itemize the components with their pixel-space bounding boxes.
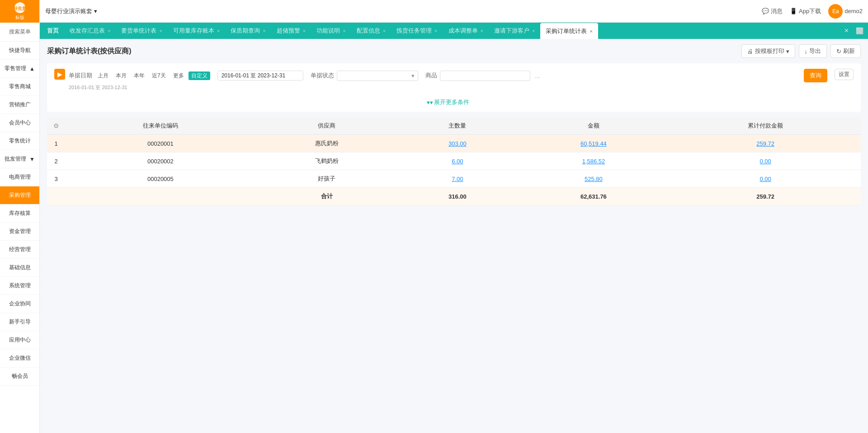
query-button[interactable]: 查询: [804, 69, 827, 82]
sidebar-item-vip[interactable]: 畅会员: [0, 367, 39, 385]
print-label: 按模板打印: [755, 47, 784, 55]
tab-invite-downstream[interactable]: 邀请下游客户 ×: [489, 23, 540, 39]
app-download-button[interactable]: 📱 App下载: [790, 7, 821, 15]
tab-expiry-query-close[interactable]: ×: [263, 28, 265, 33]
tab-overstock-warning-close[interactable]: ×: [303, 28, 306, 33]
sidebar-item-inventory[interactable]: 库存核算: [0, 205, 39, 223]
tab-available-inventory[interactable]: 可用量库存账本 ×: [168, 23, 225, 39]
tab-pick-task-close[interactable]: ×: [434, 28, 437, 33]
filter-expand-button[interactable]: ▶: [54, 69, 65, 80]
row-2-amount: 1,586.52: [517, 152, 670, 170]
tab-expiry-query[interactable]: 保质期查询 ×: [225, 23, 271, 39]
row-2-paid-link[interactable]: 0.00: [760, 158, 771, 165]
print-button[interactable]: 🖨 按模板打印 ▾: [741, 44, 795, 58]
tab-purchase-summary-close[interactable]: ×: [590, 29, 592, 34]
row-1-qty-link[interactable]: 303.00: [448, 140, 467, 147]
sidebar-item-retail-mgmt-label: 零售管理: [5, 65, 26, 72]
sidebar-item-new-guide[interactable]: 新手引导: [0, 313, 39, 331]
tab-cost-adjust[interactable]: 成本调整单 ×: [443, 23, 489, 39]
sidebar-item-enterprise[interactable]: 企业协同: [0, 295, 39, 313]
message-button[interactable]: 💬 消息: [762, 7, 783, 15]
row-1-amount-link[interactable]: 60,519.44: [580, 140, 607, 147]
filter-date-range-input[interactable]: [217, 71, 303, 81]
tab-bar-actions: × ⬜: [842, 26, 866, 36]
tab-cost-adjust-close[interactable]: ×: [481, 28, 483, 33]
sidebar-item-purchase[interactable]: 采购管理: [0, 186, 39, 205]
tab-purchase-summary[interactable]: 采购订单统计表 ×: [540, 23, 598, 39]
sidebar-item-system[interactable]: 系统管理: [0, 277, 39, 295]
print-icon: 🖨: [747, 48, 753, 55]
sidebar-item-retail-stats[interactable]: 零售统计: [0, 132, 39, 150]
refresh-icon: ↻: [836, 48, 841, 55]
filter-date-item: 单据日期 上月 本月 本年 近7天 更多 自定义: [69, 71, 210, 81]
tab-order-summary-close[interactable]: ×: [159, 28, 162, 33]
filter-goods-input[interactable]: [440, 71, 530, 81]
filter-more-options-icon[interactable]: …: [533, 72, 542, 79]
tab-receive-summary-close[interactable]: ×: [108, 28, 110, 33]
sidebar-item-enterprise-wechat[interactable]: 企业微信: [0, 349, 39, 367]
row-2-qty-link[interactable]: 6.00: [452, 158, 463, 165]
filter-status-select[interactable]: [337, 71, 418, 81]
expand-filters-button[interactable]: ▾▾ 展开更多条件: [427, 98, 469, 106]
sidebar-item-operations[interactable]: 经营管理: [0, 241, 39, 259]
tab-overstock-warning[interactable]: 超储预警 ×: [271, 23, 311, 39]
sidebar-item-marketing[interactable]: 营销推广: [0, 96, 39, 114]
column-settings-icon[interactable]: ⚙: [53, 122, 59, 129]
user-profile[interactable]: Ea demo2: [828, 4, 863, 19]
search-menu-label[interactable]: 搜索菜单: [3, 26, 37, 38]
shortcut-last-month[interactable]: 上月: [95, 71, 111, 81]
sidebar-item-purchase-label: 采购管理: [9, 191, 31, 199]
tab-config-info[interactable]: 配置信息 ×: [351, 23, 391, 39]
tab-home-label: 首页: [47, 27, 59, 35]
export-button[interactable]: ↓ 导出: [799, 44, 827, 58]
table-header-code: 往来单位编码: [65, 117, 256, 135]
footer-paid: 259.72: [670, 188, 861, 205]
tab-pick-task-label: 拣货任务管理: [396, 27, 432, 35]
table-row: 1 00020001 惠氏奶粉 303.00 60,519.44 259.72: [47, 135, 861, 152]
sidebar-item-retail-stats-label: 零售统计: [9, 137, 31, 145]
tab-home[interactable]: 首页: [42, 23, 64, 39]
sidebar-item-app-center[interactable]: 应用中心: [0, 331, 39, 349]
sidebar-item-retail-store[interactable]: 零售商城: [0, 78, 39, 96]
shortcut-this-year[interactable]: 本年: [131, 71, 147, 81]
message-label: 消息: [771, 7, 783, 15]
sidebar-item-member-label: 会员中心: [9, 119, 31, 127]
sidebar-item-wholesale[interactable]: 批发管理 ▼: [0, 150, 39, 168]
row-3-qty-link[interactable]: 7.00: [452, 176, 463, 182]
row-2-amount-link[interactable]: 1,586.52: [582, 158, 605, 165]
sidebar-item-quick-nav[interactable]: 快捷导航: [0, 42, 39, 60]
window-maximize-button[interactable]: ⬜: [853, 26, 866, 35]
row-2-supplier: 飞鹤奶粉: [256, 152, 398, 170]
settings-button[interactable]: 设置: [835, 69, 854, 80]
row-3-paid: 0.00: [670, 170, 861, 188]
shortcut-7days[interactable]: 近7天: [149, 71, 169, 81]
export-icon: ↓: [805, 48, 808, 55]
workspace-selector[interactable]: 母婴行业演示账套 ▾: [45, 7, 97, 15]
settings-label: 设置: [839, 71, 849, 78]
tab-function-desc[interactable]: 功能说明 ×: [311, 23, 351, 39]
shortcut-this-month[interactable]: 本月: [113, 71, 129, 81]
row-2-qty: 6.00: [398, 152, 517, 170]
svg-text:好生意: 好生意: [14, 6, 26, 11]
refresh-button[interactable]: ↻ 刷新: [830, 44, 861, 58]
window-close-button[interactable]: ×: [842, 26, 851, 36]
shortcut-custom[interactable]: 自定义: [189, 71, 210, 80]
filter-date-label: 单据日期: [69, 71, 92, 80]
tab-config-info-close[interactable]: ×: [383, 28, 386, 33]
tab-pick-task[interactable]: 拣货任务管理 ×: [391, 23, 443, 39]
shortcut-more[interactable]: 更多: [170, 71, 187, 81]
sidebar-item-retail-mgmt[interactable]: 零售管理 ▲: [0, 60, 39, 78]
row-3-paid-link[interactable]: 0.00: [760, 176, 771, 182]
tab-function-desc-close[interactable]: ×: [343, 28, 345, 33]
sidebar-item-basic-info[interactable]: 基础信息: [0, 259, 39, 277]
sidebar-item-finance[interactable]: 资金管理: [0, 223, 39, 241]
tab-receive-summary[interactable]: 收发存汇总表 ×: [64, 23, 116, 39]
row-3-amount-link[interactable]: 525.80: [585, 176, 603, 182]
tab-available-inventory-close[interactable]: ×: [217, 28, 220, 33]
sidebar-item-ecommerce[interactable]: 电商管理: [0, 168, 39, 186]
sidebar-item-member[interactable]: 会员中心: [0, 114, 39, 132]
row-1-paid-link[interactable]: 259.72: [756, 140, 774, 147]
tab-order-summary[interactable]: 要货单统计表 ×: [116, 23, 167, 39]
filter-status-item: 单据状态: [311, 71, 418, 81]
tab-invite-downstream-close[interactable]: ×: [532, 28, 535, 33]
